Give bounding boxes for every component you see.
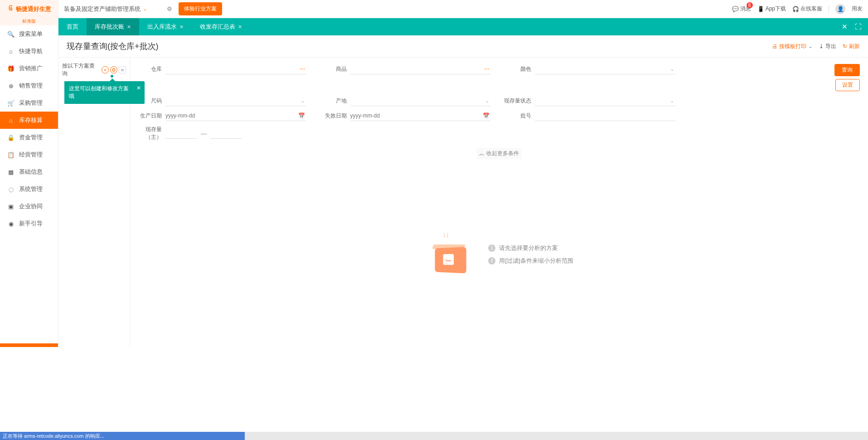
sidebar-item-operation[interactable]: 📋经营管理 xyxy=(0,146,58,163)
sidebar-item-quicknav[interactable]: ⌂快捷导航 xyxy=(0,43,58,60)
guide-icon: ◉ xyxy=(7,220,15,227)
settings-button[interactable]: 设置 xyxy=(835,79,860,91)
collapse-conditions-button[interactable]: ︽ 收起更多条件 xyxy=(476,148,522,159)
divider xyxy=(829,5,829,13)
browser-status-bar: 正在等待 arms-retcode.aliyuncs.com 的响应... xyxy=(0,432,868,440)
product-input[interactable]: ⋯ xyxy=(350,64,491,74)
empty-state: ⌇⌇ — — 1 请先选择要分析的方案 xyxy=(130,161,868,347)
avatar[interactable]: 👤 xyxy=(835,4,845,14)
origin-input[interactable]: ⌄ xyxy=(350,96,491,106)
lock-icon: 🔒 xyxy=(7,134,15,141)
query-button[interactable]: 查询 xyxy=(834,64,860,76)
tooltip-close-icon[interactable]: ✕ xyxy=(136,85,141,91)
tab-home[interactable]: 首页 xyxy=(58,18,87,35)
calendar-icon[interactable]: 📅 xyxy=(482,112,490,119)
close-all-icon[interactable]: ✕ xyxy=(840,21,849,33)
collapse-sidebar-icon[interactable]: « xyxy=(119,66,126,73)
stock-status-input[interactable]: ⌄ xyxy=(535,96,675,106)
search-icon: 🔍 xyxy=(7,30,15,38)
logo-icon: ၆ xyxy=(7,5,14,13)
system-selector[interactable]: 装备及固定资产辅助管理系统 ⌄ xyxy=(64,5,160,13)
color-input[interactable]: ⌄ xyxy=(535,64,675,74)
fullscreen-icon[interactable]: ⛶ xyxy=(853,21,863,33)
add-scheme-icon[interactable]: + xyxy=(102,66,109,73)
tab-stock-flow[interactable]: 出入库流水✕ xyxy=(139,18,192,35)
industry-plan-button[interactable]: 体验行业方案 xyxy=(179,2,222,15)
tab-summary[interactable]: 收发存汇总表✕ xyxy=(192,18,250,35)
chevron-down-icon[interactable]: ⌄ xyxy=(484,98,490,104)
stock-main-label: 现存量（主） xyxy=(130,126,162,141)
stock-status-label: 现存量状态 xyxy=(499,97,531,105)
sidebar-item-inventory[interactable]: ⌂库存核算 xyxy=(0,112,58,129)
headset-icon: 🎧 xyxy=(792,6,799,12)
color-label: 颜色 xyxy=(499,65,531,73)
more-icon[interactable]: ⋯ xyxy=(299,66,306,72)
more-icon[interactable]: ⋯ xyxy=(483,66,490,72)
collab-icon: ▣ xyxy=(7,203,15,210)
expire-date-input[interactable]: 📅 xyxy=(350,111,491,121)
logo-title: 畅捷通好生意 xyxy=(16,5,51,13)
sidebar-item-sales[interactable]: ⊕销售管理 xyxy=(0,77,58,94)
sidebar-menu: 🔍搜索菜单 ⌂快捷导航 🎁营销推广 ⊕销售管理 🛒采购管理 ⌂库存核算 🔒资金管… xyxy=(0,25,58,343)
messages-link[interactable]: 💬 消息 6 xyxy=(732,5,751,13)
filter-form: 仓库 ⋯ 商品 ⋯ 颜色 ⌄ 查询 设置 xyxy=(130,58,868,347)
sidebar-item-purchase[interactable]: 🛒采购管理 xyxy=(0,94,58,112)
tooltip: 这里可以创建和修改方案哦 ✕ xyxy=(63,81,145,104)
range-dash: — xyxy=(201,130,207,137)
print-button[interactable]: 🖨 按模板打印 ⌄ xyxy=(772,43,813,50)
print-icon: 🖨 xyxy=(772,43,777,49)
filter-header: 按以下方案查询 + ⚙ « xyxy=(62,62,126,78)
sidebar-item-basic[interactable]: ▦基础信息 xyxy=(0,163,58,181)
inventory-icon: ⌂ xyxy=(7,117,15,124)
refresh-button[interactable]: ↻ 刷新 xyxy=(843,43,860,50)
support-link[interactable]: 🎧 在线客服 xyxy=(792,5,822,13)
close-icon[interactable]: ✕ xyxy=(127,24,131,30)
warehouse-input[interactable]: ⋯ xyxy=(165,64,306,74)
sidebar-item-system[interactable]: ◌系统管理 xyxy=(0,181,58,198)
cart-icon: 🛒 xyxy=(7,99,15,107)
grid-icon: ▦ xyxy=(7,168,15,176)
app-download-link[interactable]: 📱 App下载 xyxy=(757,5,786,13)
chevron-down-icon[interactable]: ⌄ xyxy=(669,66,675,72)
chevron-down-icon[interactable]: ⌄ xyxy=(669,98,675,104)
product-label: 商品 xyxy=(315,65,347,73)
username[interactable]: 用友 xyxy=(852,5,863,13)
calendar-icon[interactable]: 📅 xyxy=(297,112,306,119)
origin-label: 产地 xyxy=(315,97,347,105)
chevron-down-icon: ⌄ xyxy=(143,6,147,11)
prod-date-label: 生产日期 xyxy=(130,112,162,120)
close-icon[interactable]: ✕ xyxy=(238,24,242,30)
settings-scheme-icon[interactable]: ⚙ xyxy=(110,66,117,73)
phone-icon: 📱 xyxy=(757,6,764,12)
step-number: 2 xyxy=(488,257,495,264)
size-input[interactable]: ⌄ xyxy=(165,96,306,106)
stock-min-input[interactable] xyxy=(165,128,197,139)
tooltip-dot xyxy=(111,75,113,78)
empty-step-2: 2 用[过滤]条件来缩小分析范围 xyxy=(488,257,573,265)
sidebar-item-collab[interactable]: ▣企业协同 xyxy=(0,198,58,215)
expire-date-label: 失效日期 xyxy=(315,112,347,120)
tab-inventory-batch[interactable]: 库存批次账✕ xyxy=(87,18,139,35)
gear-icon: ◌ xyxy=(7,186,15,193)
export-button[interactable]: ⤓ 导出 xyxy=(819,43,836,50)
logo: ၆ 畅捷通好生意 xyxy=(0,0,58,18)
sidebar-item-search[interactable]: 🔍搜索菜单 xyxy=(0,25,58,43)
message-badge: 6 xyxy=(747,2,753,8)
page-header: 现存量查询(按仓库+批次) 🖨 按模板打印 ⌄ ⤓ 导出 ↻ 刷新 xyxy=(58,35,868,57)
settings-icon[interactable]: ⚙ xyxy=(164,5,175,12)
filter-sidebar: 按以下方案查询 + ⚙ « ✓ 按仓库+批次 这里可以创建和修改方案哦 ✕ xyxy=(58,58,130,347)
batch-input[interactable] xyxy=(535,111,675,121)
tab-bar: 首页 库存批次账✕ 出入库流水✕ 收发存汇总表✕ ✕ ⛶ xyxy=(58,18,868,35)
stock-max-input[interactable] xyxy=(210,128,242,139)
clipboard-icon: 📋 xyxy=(7,151,15,158)
close-icon[interactable]: ✕ xyxy=(179,24,184,30)
sidebar-item-marketing[interactable]: 🎁营销推广 xyxy=(0,60,58,77)
prod-date-input[interactable]: 📅 xyxy=(165,111,306,121)
chevron-down-icon: ⌄ xyxy=(808,43,813,49)
sidebar: ၆ 畅捷通好生意 标准版 🔍搜索菜单 ⌂快捷导航 🎁营销推广 ⊕销售管理 🛒采购… xyxy=(0,0,58,347)
home-icon: ⌂ xyxy=(7,48,15,55)
chevron-down-icon[interactable]: ⌄ xyxy=(300,98,306,104)
sidebar-item-finance[interactable]: 🔒资金管理 xyxy=(0,129,58,146)
page-title: 现存量查询(按仓库+批次) xyxy=(67,41,159,52)
sidebar-item-guide[interactable]: ◉新手引导 xyxy=(0,215,58,232)
